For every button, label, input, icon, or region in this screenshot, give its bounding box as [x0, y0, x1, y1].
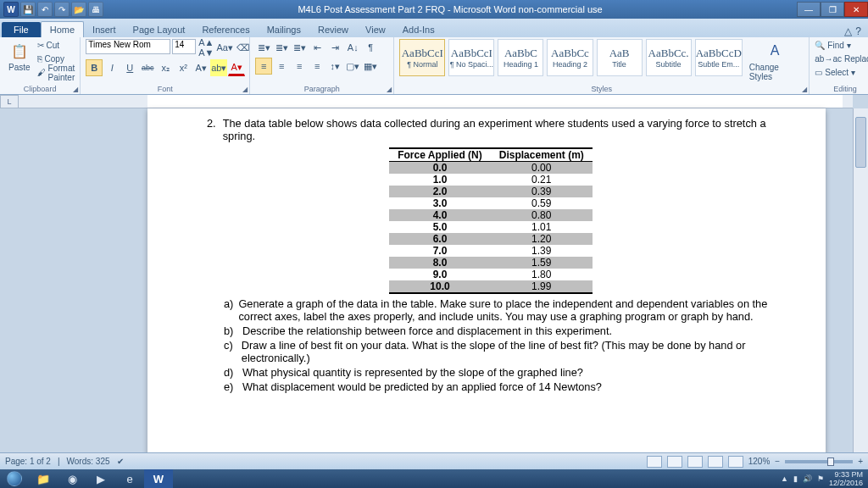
style-subtitle[interactable]: AaBbCc.Subtitle [646, 39, 692, 76]
launcher-icon[interactable]: ◢ [802, 86, 807, 93]
select-button[interactable]: ▭Select ▾ [815, 66, 868, 79]
tab-mailings[interactable]: Mailings [259, 22, 309, 37]
tray-flag-icon[interactable]: ▲ [781, 474, 788, 483]
replace-button[interactable]: ab→acReplace [815, 53, 868, 65]
view-web[interactable] [687, 456, 703, 468]
cut-button[interactable]: ✂Cut [37, 39, 75, 52]
launcher-icon[interactable]: ◢ [73, 86, 78, 93]
superscript-button[interactable]: x² [175, 59, 192, 76]
launcher-icon[interactable]: ◢ [387, 86, 392, 93]
tray-network-icon[interactable]: ▮ [793, 474, 798, 483]
scroll-thumb[interactable] [855, 117, 866, 168]
tray-action-icon[interactable]: ⚑ [817, 474, 824, 483]
close-button[interactable]: ✕ [844, 2, 868, 17]
qat-undo[interactable]: ↶ [37, 2, 53, 17]
numbering-button[interactable]: ≣▾ [273, 39, 290, 56]
borders-button[interactable]: ▦▾ [362, 58, 379, 75]
font-size-select[interactable]: 14 [172, 39, 196, 54]
document-page[interactable]: 2. The data table below shows data colle… [147, 108, 826, 488]
spellcheck-icon[interactable]: ✔ [117, 457, 124, 466]
change-styles-button[interactable]: AChange Styles [746, 39, 804, 83]
show-marks[interactable]: ¶ [362, 39, 379, 56]
maximize-button[interactable]: ❐ [821, 2, 844, 17]
line-spacing[interactable]: ↕▾ [326, 58, 343, 75]
font-color-button[interactable]: A▾ [228, 59, 245, 76]
zoom-in[interactable]: + [858, 457, 863, 466]
vertical-scrollbar[interactable] [853, 108, 868, 471]
tab-file[interactable]: File [2, 22, 41, 37]
align-justify[interactable]: ≡ [309, 58, 326, 75]
style-title[interactable]: AaBTitle [597, 39, 643, 76]
highlight-button[interactable]: ab▾ [210, 59, 227, 76]
zoom-handle[interactable] [827, 458, 834, 466]
sort-button[interactable]: A↓ [344, 39, 361, 56]
strike-button[interactable]: abc [139, 59, 156, 76]
tray-clock[interactable]: 9:33 PM 12/2/2016 [829, 470, 863, 487]
underline-button[interactable]: U [121, 59, 138, 76]
style--no-spaci-[interactable]: AaBbCcI¶ No Spaci... [448, 39, 494, 76]
change-case[interactable]: Aa▾ [216, 39, 233, 56]
tab-addins[interactable]: Add-Ins [394, 22, 443, 37]
decrease-indent[interactable]: ⇤ [309, 39, 326, 56]
grow-shrink-font[interactable]: A▲ A▼ [198, 39, 214, 56]
qat-save[interactable]: 💾 [20, 2, 36, 17]
minimize-button[interactable]: — [797, 2, 821, 17]
tab-review[interactable]: Review [309, 22, 357, 37]
tab-pagelayout[interactable]: Page Layout [125, 22, 194, 37]
tab-home[interactable]: Home [41, 21, 84, 37]
paste-button[interactable]: 📋 Paste [5, 39, 34, 74]
ribbon-minimize-icon[interactable]: △ [844, 25, 852, 37]
format-painter-button[interactable]: 🖌Format Painter [37, 66, 75, 79]
help-icon[interactable]: ? [855, 25, 861, 37]
qat-print[interactable]: 🖶 [88, 2, 103, 17]
start-button[interactable] [0, 469, 29, 488]
align-center[interactable]: ≡ [273, 58, 290, 75]
horizontal-ruler[interactable] [19, 95, 853, 108]
tab-insert[interactable]: Insert [84, 22, 125, 37]
qat-open[interactable]: 📂 [71, 2, 86, 17]
font-name-select[interactable]: Times New Rom [86, 39, 170, 54]
find-button[interactable]: 🔍Find ▾ [815, 39, 868, 52]
taskbar-explorer[interactable]: 📁 [29, 469, 58, 488]
view-fullscreen[interactable] [667, 456, 682, 468]
clear-formatting[interactable]: ⌫ [235, 39, 252, 56]
zoom-level[interactable]: 120% [748, 457, 771, 466]
tab-view[interactable]: View [357, 22, 394, 37]
subscript-button[interactable]: x₂ [157, 59, 174, 76]
cell-disp: 1.80 [491, 269, 593, 280]
zoom-slider[interactable] [785, 460, 853, 463]
style--normal[interactable]: AaBbCcI¶ Normal [399, 39, 445, 76]
text-effects[interactable]: A▾ [192, 59, 209, 76]
status-words[interactable]: Words: 325 [67, 457, 110, 466]
style-subtle-em-[interactable]: AaBbCcDSubtle Em... [695, 39, 743, 76]
italic-button[interactable]: I [103, 59, 120, 76]
align-left[interactable]: ≡ [255, 58, 272, 75]
question-number: 2. [207, 117, 216, 142]
status-page[interactable]: Page: 1 of 2 [5, 457, 51, 466]
increase-indent[interactable]: ⇥ [326, 39, 343, 56]
qat-redo[interactable]: ↷ [54, 2, 70, 17]
view-outline[interactable] [708, 456, 723, 468]
bold-button[interactable]: B [86, 59, 103, 76]
zoom-out[interactable]: − [775, 457, 780, 466]
taskbar-ie[interactable]: e [115, 469, 144, 488]
tray-volume-icon[interactable]: 🔊 [803, 474, 812, 483]
cut-label: Cut [47, 41, 60, 50]
taskbar-word[interactable]: W [144, 469, 173, 488]
tab-references[interactable]: References [193, 22, 258, 37]
align-right[interactable]: ≡ [291, 58, 308, 75]
launcher-icon[interactable]: ◢ [242, 86, 248, 93]
style-heading-1[interactable]: AaBbCHeading 1 [498, 39, 543, 76]
taskbar-wmp[interactable]: ▶ [86, 469, 115, 488]
view-print-layout[interactable] [647, 456, 662, 468]
change-styles-label: Change Styles [749, 63, 800, 81]
style-heading-2[interactable]: AaBbCcHeading 2 [547, 39, 593, 76]
taskbar-chrome[interactable]: ◉ [58, 469, 86, 488]
cell-disp: 1.59 [491, 257, 593, 269]
multilevel-button[interactable]: ≣▾ [291, 39, 308, 56]
group-editing-label: Editing [815, 85, 868, 94]
ruler-corner[interactable]: L [0, 95, 19, 108]
bullets-button[interactable]: ≣▾ [255, 39, 272, 56]
shading-button[interactable]: ▢▾ [344, 58, 361, 75]
view-draft[interactable] [728, 456, 743, 468]
